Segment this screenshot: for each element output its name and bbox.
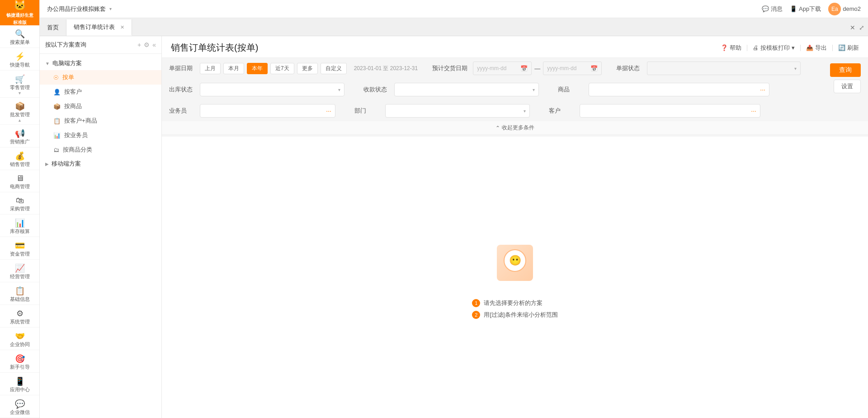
date-btn-more[interactable]: 更多 <box>297 63 318 74</box>
left-panel-title: 按以下方案查询 <box>45 41 86 49</box>
sidebar-item-search-menu[interactable]: 🔍 搜索菜单 <box>0 25 39 48</box>
scheme-by-goods-icon: 📦 <box>53 103 61 110</box>
template-print-btn[interactable]: 🖨 按模板打印 ▾ <box>753 44 795 52</box>
message-btn[interactable]: 💬 消息 <box>762 5 783 13</box>
mobile-group-header[interactable]: ▶ 移动端方案 <box>40 157 161 171</box>
tip-text-1: 请先选择要分析的方案 <box>484 299 542 307</box>
template-print-label: 按模板打印 <box>760 44 790 52</box>
new-guide-icon: 🎯 <box>15 354 25 364</box>
tip-num-1: 1 <box>472 299 480 307</box>
scheme-collapse-icon[interactable]: « <box>152 41 156 48</box>
action-buttons: 查询 设置 <box>823 58 868 121</box>
sidebar-item-operations[interactable]: 📈 经营管理 <box>0 260 39 282</box>
department-select[interactable]: ▾ <box>385 104 530 118</box>
sidebar-item-finance[interactable]: 💳 资金管理 <box>0 237 39 260</box>
sidebar-item-sales[interactable]: 💰 销售管理 <box>0 147 39 170</box>
date-btn-last-7[interactable]: 近7天 <box>270 63 294 74</box>
sidebar-item-quick-nav[interactable]: ⚡ 快捷导航 <box>0 48 39 71</box>
purchase-label: 采购管理 <box>10 205 30 212</box>
collapse-up-icon: ⌃ <box>495 125 500 131</box>
scheme-by-salesperson-icon: 📊 <box>53 132 61 139</box>
user-label: demo2 <box>843 5 861 12</box>
desktop-group-header[interactable]: ▼ 电脑端方案 <box>40 57 161 70</box>
query-btn[interactable]: 查询 <box>830 63 861 77</box>
salesperson-input[interactable]: ··· <box>200 104 335 118</box>
sidebar-item-new-guide[interactable]: 🎯 新手引导 <box>0 350 39 373</box>
tab-home[interactable]: 首页 <box>40 19 66 36</box>
refresh-btn[interactable]: 🔄 刷新 <box>838 44 859 52</box>
expected-date-end[interactable]: yyyy-mm-dd 📅 <box>543 62 602 75</box>
desktop-group-arrow: ▼ <box>45 61 50 66</box>
app-download-btn[interactable]: 📱 App下载 <box>790 5 821 13</box>
ship-status-select[interactable]: ▾ <box>200 83 344 96</box>
scheme-by-customer[interactable]: 👤 按客户 <box>40 85 161 99</box>
expected-date-start-placeholder: yyyy-mm-dd <box>477 65 506 71</box>
sidebar-item-wholesale[interactable]: 📦 批发管理 ▲ <box>0 98 39 125</box>
collapse-bar[interactable]: ⌃ 收起更多条件 <box>162 121 868 135</box>
sidebar-item-ecommerce[interactable]: 🖥 电商管理 <box>0 170 39 192</box>
help-btn[interactable]: ❓ 帮助 <box>721 44 741 52</box>
tab-sales-order-stat-label: 销售订单统计表 <box>74 23 115 31</box>
tab-sales-order-stat[interactable]: 销售订单统计表 ✕ <box>66 19 132 36</box>
scheme-by-salesperson-label: 按业务员 <box>64 131 88 139</box>
add-scheme-btn[interactable]: + <box>137 41 141 48</box>
status-dropdown-icon: ▾ <box>794 66 797 71</box>
avatar: Ea <box>828 3 841 15</box>
message-icon: 💬 <box>762 5 769 12</box>
payment-status-select[interactable]: ▾ <box>394 83 539 96</box>
calendar-start-icon: 📅 <box>520 65 528 72</box>
sidebar-item-basic-info[interactable]: 📋 基础信息 <box>0 282 39 305</box>
date-btn-this-year[interactable]: 本年 <box>247 63 268 74</box>
wholesale-icon: 📦 <box>15 101 25 111</box>
company-dropdown-icon[interactable]: ▾ <box>109 6 112 11</box>
empty-face: 😶 <box>504 249 526 272</box>
company-cooperation-label: 企业协同 <box>10 341 30 348</box>
operations-label: 经营管理 <box>10 273 30 280</box>
customer-input[interactable]: ··· <box>580 104 760 118</box>
sidebar-item-company-cooperation[interactable]: 🤝 企业协同 <box>0 328 39 350</box>
tab-bar-right: ✕ ⤢ <box>846 19 868 36</box>
marketing-label: 营销推广 <box>10 138 30 145</box>
scheme-by-order[interactable]: ☉ 按单 <box>40 70 161 85</box>
sidebar-item-system[interactable]: ⚙ 系统管理 <box>0 305 39 328</box>
scheme-by-salesperson[interactable]: 📊 按业务员 <box>40 128 161 142</box>
company-name: 办公用品行业模拟账套 <box>47 5 106 13</box>
tab-maximize-icon[interactable]: ⤢ <box>859 24 864 31</box>
top-header: 办公用品行业模拟账套 ▾ 💬 消息 📱 App下载 Ea demo2 <box>40 0 868 18</box>
status-label: 单据状态 <box>616 64 642 72</box>
scheme-by-category[interactable]: 🗂 按商品分类 <box>40 142 161 157</box>
date-btn-last-month[interactable]: 上月 <box>200 63 221 74</box>
finance-icon: 💳 <box>15 241 25 251</box>
sidebar-item-inventory[interactable]: 📊 库存核算 <box>0 214 39 237</box>
user-menu[interactable]: Ea demo2 <box>828 3 861 15</box>
sidebar-nav: 🔍 搜索菜单 ⚡ 快捷导航 🛒 零售管理 ▼ 📦 批发管理 ▲ 📢 营销推广 💰… <box>0 25 39 418</box>
finance-label: 资金管理 <box>10 251 30 257</box>
date-btn-this-month[interactable]: 本月 <box>223 63 244 74</box>
scheme-by-customer-label: 按客户 <box>64 88 82 96</box>
goods-input[interactable]: ··· <box>589 83 769 96</box>
header-left: 办公用品行业模拟账套 ▾ <box>47 5 112 13</box>
tab-close-icon[interactable]: ✕ <box>120 24 124 30</box>
sidebar-item-marketing[interactable]: 📢 营销推广 <box>0 125 39 147</box>
settings-btn[interactable]: 设置 <box>834 80 861 93</box>
export-btn[interactable]: 📤 导出 <box>806 44 827 52</box>
sidebar-item-company-wechat[interactable]: 💬 企业微信 <box>0 395 39 418</box>
marketing-icon: 📢 <box>15 128 25 138</box>
date-btn-custom[interactable]: 自定义 <box>321 63 347 74</box>
tab-close-window-icon[interactable]: ✕ <box>850 24 855 31</box>
sales-icon: 💰 <box>15 151 25 161</box>
status-select[interactable]: ▾ <box>647 62 801 75</box>
salesperson-ellipsis-icon: ··· <box>326 107 331 114</box>
sidebar-item-app-center[interactable]: 📱 应用中心 <box>0 373 39 395</box>
sidebar-item-retail[interactable]: 🛒 零售管理 ▼ <box>0 71 39 98</box>
expected-date-start[interactable]: yyyy-mm-dd 📅 <box>473 62 532 75</box>
scheme-settings-icon[interactable]: ⚙ <box>144 41 150 48</box>
company-cooperation-icon: 🤝 <box>15 331 25 341</box>
sidebar-item-purchase[interactable]: 🛍 采购管理 <box>0 192 39 214</box>
scheme-by-customer-goods[interactable]: 📋 按客户+商品 <box>40 114 161 128</box>
empty-tips: 1 请先选择要分析的方案 2 用[过滤]条件来缩小分析范围 <box>472 299 557 319</box>
scheme-by-goods[interactable]: 📦 按商品 <box>40 99 161 114</box>
divider-2 <box>800 45 801 51</box>
divider-1 <box>747 45 747 51</box>
right-panel: 销售订单统计表(按单) ❓ 帮助 🖨 按模板打印 ▾ 📤 <box>162 36 868 418</box>
